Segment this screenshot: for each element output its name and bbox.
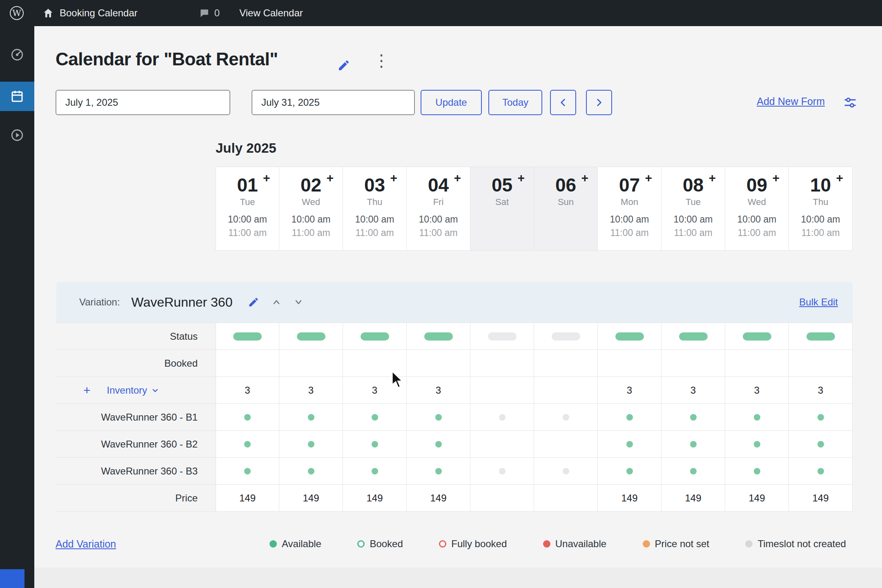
add-inventory-button[interactable]: + xyxy=(83,383,91,397)
item-row-3-cell[interactable] xyxy=(598,458,662,484)
timeslot[interactable]: 11:00 am xyxy=(407,226,470,240)
price-row-cell[interactable]: 149 xyxy=(725,485,789,511)
timeslot[interactable]: 11:00 am xyxy=(789,226,852,240)
availability-dot-green[interactable] xyxy=(626,414,633,421)
booked-row-cell[interactable] xyxy=(470,350,534,376)
status-pill-available[interactable] xyxy=(297,332,325,341)
price-row-cell[interactable] xyxy=(534,485,598,511)
availability-dot-green[interactable] xyxy=(690,468,697,474)
status-row-cell[interactable] xyxy=(662,323,725,350)
availability-dot-green[interactable] xyxy=(690,414,697,421)
item-row-1-cell[interactable] xyxy=(407,404,470,430)
item-row-2-cell[interactable] xyxy=(407,431,470,457)
inventory-row-cell[interactable] xyxy=(470,377,534,403)
availability-dot-green[interactable] xyxy=(308,441,314,448)
availability-dot-green[interactable] xyxy=(244,468,251,474)
price-row-cell[interactable]: 149 xyxy=(279,485,343,511)
item-row-1-cell[interactable] xyxy=(725,404,789,430)
availability-dot-green[interactable] xyxy=(372,441,378,448)
timeslot[interactable]: 11:00 am xyxy=(598,226,661,240)
inventory-row-cell[interactable]: 3 xyxy=(789,377,853,403)
add-timeslot-button[interactable]: + xyxy=(581,171,589,185)
availability-dot-green[interactable] xyxy=(754,468,760,474)
availability-dot-green[interactable] xyxy=(626,468,633,474)
admin-bar-site-name[interactable]: Booking Calendar xyxy=(60,7,138,19)
availability-dot-green[interactable] xyxy=(372,414,378,421)
status-row-cell[interactable] xyxy=(534,323,598,350)
add-timeslot-button[interactable]: + xyxy=(518,171,525,185)
date-from-input[interactable] xyxy=(56,90,230,115)
edit-variation-pencil-icon[interactable] xyxy=(248,296,259,308)
timeslot[interactable]: 10:00 am xyxy=(725,213,788,226)
filter-sliders-icon[interactable] xyxy=(843,96,858,110)
item-row-3-cell[interactable] xyxy=(407,458,470,484)
price-row-cell[interactable]: 149 xyxy=(598,485,662,511)
item-row-1-cell[interactable] xyxy=(343,404,407,430)
variation-prev-chevron-up-icon[interactable] xyxy=(272,297,281,307)
availability-dot-green[interactable] xyxy=(754,441,760,448)
item-row-1-cell[interactable] xyxy=(598,404,662,430)
availability-dot-green[interactable] xyxy=(308,414,314,421)
inventory-row-cell[interactable]: 3 xyxy=(279,377,343,403)
home-icon[interactable] xyxy=(42,7,54,19)
price-row-cell[interactable]: 149 xyxy=(662,485,725,511)
status-row-cell[interactable] xyxy=(279,323,343,350)
title-kebab-menu-icon[interactable]: ⋮ xyxy=(373,52,390,69)
item-row-3-cell[interactable] xyxy=(662,458,725,484)
item-row-2-cell[interactable] xyxy=(279,431,343,457)
booked-row-cell[interactable] xyxy=(343,350,407,376)
availability-dot-gray[interactable] xyxy=(499,414,506,421)
availability-dot-gray[interactable] xyxy=(563,414,569,421)
timeslot[interactable]: 11:00 am xyxy=(725,226,788,240)
booked-row-cell[interactable] xyxy=(725,350,789,376)
inventory-row-cell[interactable]: 3 xyxy=(725,377,789,403)
availability-dot-green[interactable] xyxy=(244,441,251,448)
today-button[interactable]: Today xyxy=(488,90,542,115)
inventory-row-cell[interactable]: 3 xyxy=(662,377,725,403)
status-pill-available[interactable] xyxy=(424,332,453,341)
availability-dot-gray[interactable] xyxy=(563,468,569,474)
status-pill-available[interactable] xyxy=(679,332,708,341)
status-row-cell[interactable] xyxy=(598,323,662,350)
timeslot[interactable]: 10:00 am xyxy=(279,213,343,226)
status-pill-available[interactable] xyxy=(615,332,644,341)
add-timeslot-button[interactable]: + xyxy=(327,171,334,185)
item-row-2-cell[interactable] xyxy=(470,431,534,457)
availability-dot-green[interactable] xyxy=(244,414,251,421)
item-row-1-cell[interactable] xyxy=(534,404,598,430)
prev-period-button[interactable] xyxy=(550,90,576,115)
availability-dot-green[interactable] xyxy=(817,441,824,448)
item-row-3-cell[interactable] xyxy=(216,458,279,484)
add-new-form-link[interactable]: Add New Form xyxy=(757,96,825,107)
booked-row-cell[interactable] xyxy=(789,350,853,376)
booked-row-cell[interactable] xyxy=(598,350,662,376)
inventory-toggle[interactable]: Inventory xyxy=(107,385,160,396)
booked-row-cell[interactable] xyxy=(216,350,279,376)
add-timeslot-button[interactable]: + xyxy=(263,171,270,185)
timeslot[interactable]: 11:00 am xyxy=(216,226,279,240)
price-row-cell[interactable]: 149 xyxy=(216,485,279,511)
comments-icon[interactable] xyxy=(199,8,209,18)
add-timeslot-button[interactable]: + xyxy=(454,171,461,185)
status-row-cell[interactable] xyxy=(725,323,789,350)
inventory-row-cell[interactable]: 3 xyxy=(343,377,407,403)
item-row-3-cell[interactable] xyxy=(470,458,534,484)
item-row-3-cell[interactable] xyxy=(789,458,853,484)
status-row-cell[interactable] xyxy=(216,323,279,350)
sidebar-item-media-plugin[interactable] xyxy=(0,122,34,148)
status-pill-available[interactable] xyxy=(806,332,835,341)
timeslot[interactable]: 10:00 am xyxy=(598,213,661,226)
add-timeslot-button[interactable]: + xyxy=(773,171,780,185)
availability-dot-green[interactable] xyxy=(308,468,314,474)
bulk-edit-link[interactable]: Bulk Edit xyxy=(799,296,838,308)
status-row-cell[interactable] xyxy=(470,323,534,350)
status-row-cell[interactable] xyxy=(407,323,470,350)
inventory-row-cell[interactable] xyxy=(534,377,598,403)
status-row-cell[interactable] xyxy=(343,323,407,350)
availability-dot-green[interactable] xyxy=(435,468,442,474)
item-row-1-cell[interactable] xyxy=(279,404,343,430)
comments-count[interactable]: 0 xyxy=(214,7,220,19)
status-pill-unset[interactable] xyxy=(552,332,580,341)
variation-next-chevron-down-icon[interactable] xyxy=(294,297,303,307)
timeslot[interactable]: 11:00 am xyxy=(279,226,343,240)
